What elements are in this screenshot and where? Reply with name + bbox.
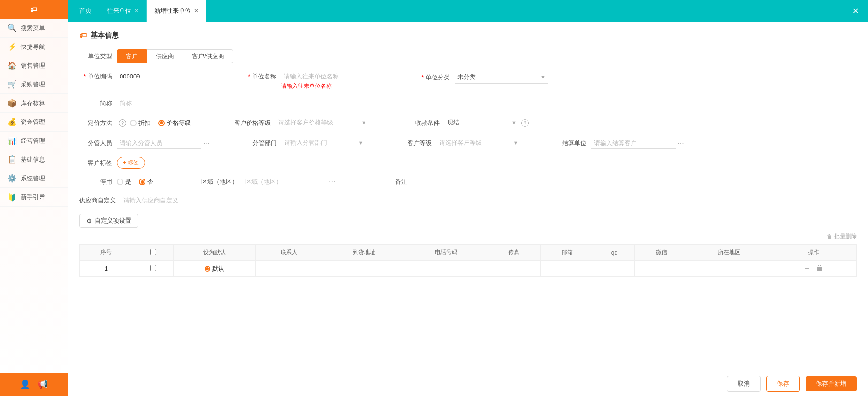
supplier-custom-input[interactable] xyxy=(121,195,214,206)
tag-label: 客户标签 xyxy=(79,159,117,167)
col-header-fax: 传真 xyxy=(487,245,541,261)
user-icon[interactable]: 👤 xyxy=(20,379,30,389)
unit-category-value: 未分类 xyxy=(457,73,476,81)
custom-settings-button[interactable]: ⚙ 自定义项设置 xyxy=(79,214,138,228)
customer-level-select[interactable]: 请选择客户等级 ▼ xyxy=(436,137,521,149)
pricing-discount[interactable]: 折扣 xyxy=(130,119,151,127)
batch-delete-button[interactable]: 🗑 批量删除 xyxy=(827,233,857,241)
default-radio[interactable] xyxy=(205,266,210,272)
row-region xyxy=(688,261,770,277)
sidebar-item-search[interactable]: 🔍 搜索菜单 xyxy=(0,19,68,38)
sidebar-item-guide[interactable]: 🔰 新手引导 xyxy=(0,188,68,207)
col-header-default: 设为默认 xyxy=(174,245,256,261)
pricing-grade-dot xyxy=(160,121,163,124)
add-tag-label: + 标签 xyxy=(123,159,139,167)
sales-icon: 🏠 xyxy=(8,61,17,70)
customer-price-cell: 客户价格等级 请选择客户价格等级 ▼ xyxy=(228,116,369,129)
row-email xyxy=(541,261,594,277)
tab-contacts-close[interactable]: ✕ xyxy=(134,8,139,14)
tab-bar-close[interactable]: ✕ xyxy=(847,7,864,16)
unit-category-select[interactable]: 未分类 ▼ xyxy=(455,71,548,84)
unit-code-cell: 单位编码 xyxy=(79,71,211,82)
customer-price-select[interactable]: 请选择客户价格等级 ▼ xyxy=(275,116,369,129)
guide-icon: 🔰 xyxy=(8,193,17,202)
sidebar-item-purchase[interactable]: 🛒 采购管理 xyxy=(0,75,68,94)
unit-type-both[interactable]: 客户/供应商 xyxy=(183,49,233,63)
sidebar-item-sales[interactable]: 🏠 销售管理 xyxy=(0,56,68,75)
section-icon: 🏷 xyxy=(79,31,87,40)
unit-category-cell: 单位分类 未分类 ▼ xyxy=(417,71,548,84)
payment-cell: 收款条件 现结 ▼ ? xyxy=(407,116,529,129)
inventory-icon: 📦 xyxy=(8,99,17,108)
unit-name-cell: 单位名称 请输入往来单位名称 xyxy=(244,71,384,90)
notify-icon[interactable]: 📢 xyxy=(38,379,48,389)
sidebar-item-system[interactable]: ⚙️ 系统管理 xyxy=(0,169,68,188)
sidebar-item-inventory[interactable]: 📦 库存核算 xyxy=(0,94,68,113)
col-header-qq: qq xyxy=(594,245,635,261)
customer-price-placeholder: 请选择客户价格等级 xyxy=(278,118,333,127)
col-header-actions: 操作 xyxy=(770,245,857,261)
pricing-discount-label: 折扣 xyxy=(138,119,151,127)
custom-settings-row: ⚙ 自定义项设置 xyxy=(79,214,857,228)
tab-home[interactable]: 首页 xyxy=(72,0,99,22)
unit-type-row: 单位类型 客户 供应商 客户/供应商 xyxy=(79,49,857,63)
sidebar-bottom: 👤 📢 xyxy=(0,373,68,396)
settlement-ellipsis[interactable]: ··· xyxy=(676,139,685,148)
tags-cell: 客户标签 + 标签 xyxy=(79,157,145,169)
sidebar-item-label: 基础信息 xyxy=(21,155,45,164)
save-button[interactable]: 保存 xyxy=(766,376,800,392)
table-row: 1 默认 xyxy=(80,261,857,277)
section-header: 🏷 基本信息 xyxy=(79,31,857,40)
cancel-button[interactable]: 取消 xyxy=(727,376,761,392)
payment-select[interactable]: 现结 ▼ xyxy=(444,116,519,129)
short-name-cell: 简称 xyxy=(79,98,211,109)
region-ellipsis[interactable]: ··· xyxy=(327,178,337,186)
tab-contacts[interactable]: 往来单位 ✕ xyxy=(99,0,147,22)
row-add-button[interactable]: ＋ xyxy=(803,264,811,272)
col-header-phone: 电话号码 xyxy=(405,245,487,261)
disable-yes[interactable]: 是 xyxy=(117,178,131,186)
table-header-checkbox[interactable] xyxy=(150,249,156,255)
sidebar-item-label: 采购管理 xyxy=(21,80,45,89)
department-select[interactable]: 请输入分管部门 ▼ xyxy=(282,137,366,149)
unit-code-label: 单位编码 xyxy=(79,72,117,81)
row-checkbox[interactable] xyxy=(150,265,156,271)
save-new-button[interactable]: 保存并新增 xyxy=(806,376,857,391)
region-cell: 区域（地区） ··· xyxy=(200,176,337,187)
pricing-help-icon[interactable]: ? xyxy=(119,119,126,127)
region-input[interactable] xyxy=(243,176,327,187)
gear-icon: ⚙ xyxy=(86,217,92,225)
manager-ellipsis[interactable]: ··· xyxy=(201,139,211,148)
add-tag-button[interactable]: + 标签 xyxy=(117,157,145,169)
customer-price-label: 客户价格等级 xyxy=(228,119,275,127)
row-no: 1 xyxy=(80,261,133,277)
short-name-label: 简称 xyxy=(79,99,117,108)
unit-type-supplier[interactable]: 供应商 xyxy=(147,49,183,63)
disable-cell: 停用 是 否 xyxy=(79,178,153,186)
row-delete-button[interactable]: 🗑 xyxy=(816,264,823,272)
short-name-input[interactable] xyxy=(117,98,211,109)
unit-code-input[interactable] xyxy=(117,71,211,82)
col-header-check xyxy=(133,245,173,261)
col-header-contact: 联系人 xyxy=(255,245,323,261)
disable-row: 停用 是 否 区域（地区） ··· xyxy=(79,176,857,187)
manager-input[interactable] xyxy=(117,138,201,149)
pricing-discount-radio xyxy=(130,120,137,126)
tab-new-contact-close[interactable]: ✕ xyxy=(194,8,198,14)
sidebar-item-basic[interactable]: 📋 基础信息 xyxy=(0,150,68,169)
payment-value: 现结 xyxy=(447,118,459,127)
tab-contacts-label: 往来单位 xyxy=(107,7,131,15)
pricing-grade[interactable]: 价格等级 xyxy=(158,119,191,127)
unit-type-customer[interactable]: 客户 xyxy=(117,49,147,63)
tab-new-contact[interactable]: 新增往来单位 ✕ xyxy=(147,0,206,22)
sidebar-item-operations[interactable]: 📊 经营管理 xyxy=(0,132,68,150)
sidebar-item-quicknav[interactable]: ⚡ 快捷导航 xyxy=(0,38,68,56)
col-header-wechat: 微信 xyxy=(635,245,688,261)
payment-help-icon[interactable]: ? xyxy=(521,119,529,127)
sidebar-item-finance[interactable]: 💰 资金管理 xyxy=(0,113,68,132)
remark-input[interactable] xyxy=(412,176,553,187)
disable-no[interactable]: 否 xyxy=(139,178,153,186)
unit-name-input[interactable] xyxy=(281,71,384,82)
row-phone xyxy=(405,261,487,277)
settlement-input[interactable] xyxy=(591,138,676,149)
